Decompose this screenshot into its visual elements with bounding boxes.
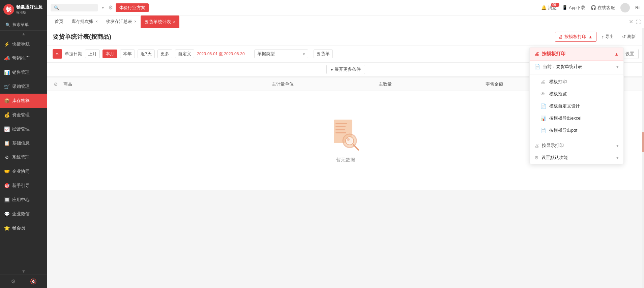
topbar-online-service[interactable]: 🎧 在线客服 <box>591 5 615 11</box>
right-scrollbar[interactable] <box>642 28 644 288</box>
topbar-left: 🔍 ▾ ⚙ 体验行业方案 <box>51 3 541 12</box>
sidebar-item-wechat[interactable]: 💬 企业微信 <box>0 207 47 221</box>
topbar-gear-icon[interactable]: ⚙ <box>108 4 113 11</box>
member-icon: ⭐ <box>3 225 10 231</box>
tab-close-order-stats[interactable]: × <box>173 20 175 24</box>
filter-expand-btn[interactable]: » <box>53 49 62 59</box>
svg-point-6 <box>346 137 354 145</box>
date-label: 单据日期 <box>65 51 82 57</box>
sidebar-item-quick-nav[interactable]: ⚡ 快捷导航 <box>0 37 47 51</box>
topbar: 🔍 ▾ ⚙ 体验行业方案 🔔 消息 99+ 📱 App下载 🎧 在线客服 Rit <box>47 0 644 15</box>
settings-bottom-icon[interactable]: ⚙ <box>11 278 16 285</box>
topbar-notifications[interactable]: 🔔 消息 99+ <box>541 5 557 11</box>
marketing-icon: 📣 <box>3 55 10 62</box>
sidebar-item-guide[interactable]: 🎯 新手引导 <box>0 179 47 193</box>
page-header: 要货单统计表(按商品) 🖨 按模板打印 ▲ ↑ 导出 ↺ 刷新 <box>47 28 644 45</box>
tab-inventory-batch[interactable]: 库存批次账 × <box>67 15 102 28</box>
sidebar-item-basic[interactable]: 📋 基础信息 <box>0 136 47 150</box>
date-btn-this-year[interactable]: 本年 <box>120 50 135 58</box>
svg-rect-2 <box>335 126 346 127</box>
refresh-icon: ↺ <box>622 34 626 39</box>
empty-text: 暂无数据 <box>336 157 355 163</box>
sidebar-item-marketing[interactable]: 📣 营销推广 <box>0 51 47 65</box>
col-qty: 主数量 <box>376 78 483 91</box>
refresh-button[interactable]: ↺ 刷新 <box>619 32 639 41</box>
date-btn-7days[interactable]: 近7天 <box>138 50 155 58</box>
app-download-icon: 📱 <box>562 5 567 10</box>
sidebar-item-finance[interactable]: 💰 资金管理 <box>0 108 47 122</box>
yaohuo-filter[interactable]: 要货单 <box>314 50 333 58</box>
svg-line-7 <box>354 145 358 150</box>
sidebar-item-cooperation[interactable]: 🤝 企业协同 <box>0 164 47 179</box>
topbar-search-box[interactable]: 🔍 <box>51 4 98 11</box>
sidebar-nav: ⚡ 快捷导航 📣 营销推广 📊 销售管理 🛒 采购管理 📦 库存核算 💰 资金管… <box>0 37 47 268</box>
default-settings-chevron: ▾ <box>616 155 619 160</box>
expand-icon: » <box>56 51 59 57</box>
sidebar-item-operation[interactable]: 📈 经营管理 <box>0 122 47 136</box>
tab-close-receivable-summary[interactable]: × <box>134 19 137 24</box>
table-settings-icon[interactable]: ⚙ <box>51 82 61 87</box>
username-label: Rit <box>635 5 641 10</box>
dropdown-item-template-print[interactable]: 🖨 模板打印 <box>530 76 623 88</box>
sidebar-item-member[interactable]: ⭐ 畅会员 <box>0 221 47 235</box>
scrollbar-thumb <box>642 132 644 152</box>
order-type-select[interactable]: 单据类型 ▾ <box>254 50 308 58</box>
guide-icon: 🎯 <box>3 182 10 189</box>
sidebar-scroll-down[interactable]: ▼ <box>0 268 47 275</box>
quick-nav-icon: ⚡ <box>3 41 10 47</box>
dropdown-group-default-settings[interactable]: ⚙ 设置默认功能 ▾ <box>530 152 623 164</box>
basic-icon: 📋 <box>3 140 10 147</box>
topbar-dropdown-chevron[interactable]: ▾ <box>100 5 106 10</box>
date-btn-this-month[interactable]: 本月 <box>103 50 117 58</box>
sidebar-item-sales[interactable]: 📊 销售管理 <box>0 65 47 79</box>
system-icon: ⚙ <box>3 154 10 161</box>
tab-close-window[interactable]: ✕ <box>629 19 633 25</box>
expand-more-button[interactable]: ▾ 展开更多条件 <box>326 65 365 74</box>
dropdown-item-template-export-excel[interactable]: 📊 按模板导出excel <box>530 112 623 124</box>
topbar-search-icon: 🔍 <box>54 5 59 10</box>
purchase-icon: 🛒 <box>3 83 10 90</box>
dropdown-group-display-print[interactable]: 🖨 按显示打印 ▾ <box>530 139 623 152</box>
empty-illustration <box>329 118 362 152</box>
dropdown-printer-icon: 🖨 <box>534 51 539 57</box>
sidebar-scroll-up[interactable]: ▲ <box>0 31 47 37</box>
dropdown-header: 🖨 按模板打印 ▲ <box>530 47 623 61</box>
tab-receivable-summary[interactable]: 收发存汇总表 × <box>102 15 141 28</box>
order-type-chevron: ▾ <box>303 52 305 57</box>
sidebar-item-system[interactable]: ⚙ 系统管理 <box>0 150 47 164</box>
tabs-bar: 首页 库存批次账 × 收发存汇总表 × 要货单统计表 × ✕ ⛶ <box>47 15 644 28</box>
date-btn-prev-month[interactable]: 上月 <box>85 50 100 58</box>
export-button[interactable]: ↑ 导出 <box>599 32 617 41</box>
date-btn-custom[interactable]: 自定义 <box>175 50 194 58</box>
tab-close-inventory-batch[interactable]: × <box>95 19 98 24</box>
tab-home[interactable]: 首页 <box>51 15 67 28</box>
date-btn-more[interactable]: 更多 <box>157 50 172 58</box>
sidebar-item-inventory[interactable]: 📦 库存核算 <box>0 94 47 108</box>
svg-rect-4 <box>335 132 346 133</box>
sidebar-item-appstore[interactable]: 🔲 应用中心 <box>0 193 47 207</box>
finance-icon: 💰 <box>3 111 10 118</box>
sound-bottom-icon[interactable]: 🔇 <box>30 278 37 285</box>
tab-order-stats[interactable]: 要货单统计表 × <box>141 15 179 28</box>
dropdown-current-template[interactable]: 📄 当前：要货单统计表 ▾ <box>530 61 623 73</box>
dropdown-close-chevron[interactable]: ▲ <box>614 52 619 57</box>
sales-icon: 📊 <box>3 69 10 76</box>
dropdown-item-template-preview[interactable]: 👁 模板预览 <box>530 88 623 100</box>
dropdown-item-template-design[interactable]: 📄 模板自定义设计 <box>530 100 623 112</box>
user-avatar[interactable] <box>620 3 630 12</box>
col-unit: 主计量单位 <box>269 78 376 91</box>
page-content: 要货单统计表(按商品) 🖨 按模板打印 ▲ ↑ 导出 ↺ 刷新 <box>47 28 644 288</box>
svg-point-8 <box>347 138 350 141</box>
template-design-icon: 📄 <box>540 103 547 109</box>
dropdown-item-template-export-pdf[interactable]: 📄 按模板导出pdf <box>530 124 623 136</box>
expand-more-icon: ▾ <box>331 67 333 72</box>
tab-fullscreen[interactable]: ⛶ <box>636 19 641 25</box>
topbar-promo-button[interactable]: 体验行业方案 <box>116 3 149 12</box>
topbar-app-download[interactable]: 📱 App下载 <box>562 5 585 11</box>
sidebar-item-purchase[interactable]: 🛒 采购管理 <box>0 79 47 94</box>
sidebar-search-item[interactable]: 🔍 搜索菜单 <box>0 19 47 31</box>
template-print-button[interactable]: 🖨 按模板打印 ▲ <box>555 32 596 42</box>
notification-icon: 🔔 <box>541 5 547 10</box>
display-print-icon: 🖨 <box>534 143 539 148</box>
yaohuo-label: 要货单 <box>317 51 330 57</box>
